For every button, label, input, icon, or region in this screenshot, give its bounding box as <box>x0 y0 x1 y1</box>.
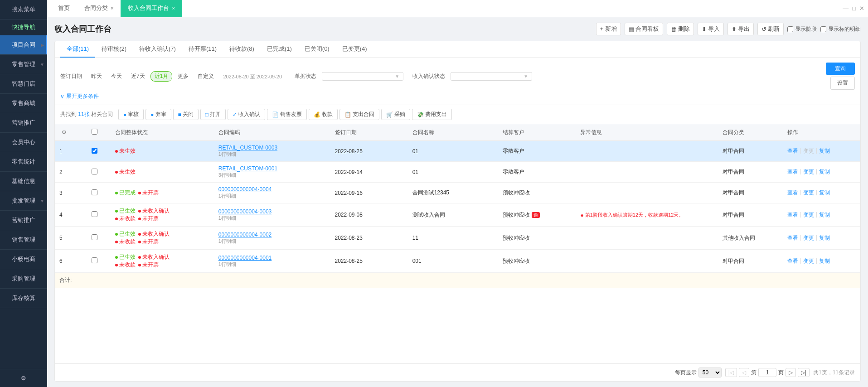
show-detail-checkbox[interactable]: 显示标的明细 <box>820 25 861 33</box>
tab-contract-category[interactable]: 合同分类 × <box>77 0 121 17</box>
contract-board-button[interactable]: ▦ 合同看板 <box>625 23 663 35</box>
sidebar-item-basic-info[interactable]: 基础信息 <box>0 172 47 191</box>
action-view-btn[interactable]: 查看 <box>787 257 798 265</box>
date-btn-custom[interactable]: 自定义 <box>194 71 218 82</box>
action-change-btn[interactable]: 变更 <box>803 189 814 197</box>
toolbar-expense-contract-btn[interactable]: 📋 支出合同 <box>339 109 379 120</box>
toolbar-invoice-btn[interactable]: 📄 销售发票 <box>267 109 307 120</box>
sidebar-settings[interactable]: ⚙ <box>0 369 47 387</box>
status-tab-closed[interactable]: 已关闭(0) <box>298 41 336 58</box>
row-checkbox[interactable] <box>92 234 97 240</box>
status-tab-pending-payment[interactable]: 待收款(8) <box>223 41 261 58</box>
sidebar-item-wholesale[interactable]: 批发管理 ▼ <box>0 191 47 211</box>
action-change-btn[interactable]: 变更 <box>803 147 814 155</box>
row-checkbox[interactable] <box>92 257 97 263</box>
date-btn-yesterday[interactable]: 昨天 <box>87 71 106 82</box>
sidebar-item-smart-store[interactable]: 智慧门店 <box>0 74 47 94</box>
action-view-btn[interactable]: 查看 <box>787 147 798 155</box>
page-input[interactable] <box>758 368 776 377</box>
sidebar-item-marketing[interactable]: 营销推广 <box>0 113 47 133</box>
sidebar-item-retail-commerce[interactable]: 零售商城 <box>0 94 47 113</box>
close-btn[interactable]: ✕ <box>859 5 864 12</box>
contract-code-link[interactable]: 0000000000004-0002 <box>218 232 326 238</box>
action-view-btn[interactable]: 查看 <box>787 189 798 197</box>
toolbar-review-btn[interactable]: ● 审核 <box>118 109 144 120</box>
row-checkbox[interactable] <box>92 189 97 195</box>
status-tab-completed[interactable]: 已完成(1) <box>261 41 298 58</box>
action-change-btn[interactable]: 变更 <box>803 211 814 219</box>
next-page-btn[interactable]: ▷ <box>786 368 796 377</box>
sidebar-item-xiaowei[interactable]: 小畅电商 <box>0 250 47 269</box>
action-view-btn[interactable]: 查看 <box>787 168 798 176</box>
status-tab-pending-review[interactable]: 待审核(2) <box>95 41 133 58</box>
contract-code-link[interactable]: RETAIL_CUSTOM-0001 <box>218 165 326 172</box>
date-btn-more[interactable]: 更多 <box>174 71 192 82</box>
status-tab-pending-income[interactable]: 待收入确认(7) <box>133 41 182 58</box>
action-copy-btn[interactable]: 复制 <box>819 234 830 242</box>
tab-contract-category-close[interactable]: × <box>111 5 113 11</box>
action-change-btn[interactable]: 变更 <box>803 257 814 265</box>
maximize-btn[interactable]: □ <box>852 5 856 12</box>
date-btn-7days[interactable]: 近7天 <box>127 71 149 82</box>
refresh-button[interactable]: ↺ 刷新 <box>757 23 784 35</box>
status-tab-pending-invoice[interactable]: 待开票(11) <box>182 41 223 58</box>
toolbar-payment-btn[interactable]: 💰 收款 <box>309 109 338 120</box>
tab-home[interactable]: 首页 <box>51 0 77 17</box>
sidebar-search[interactable]: 搜索菜单 <box>0 0 47 19</box>
action-copy-btn[interactable]: 复制 <box>819 211 830 219</box>
import-button[interactable]: ⬇ 导入 <box>698 23 724 35</box>
last-page-btn[interactable]: ▷| <box>798 368 810 377</box>
new-button[interactable]: + 新增 <box>596 23 621 35</box>
toolbar-expense-btn[interactable]: 💸 费用支出 <box>412 109 452 120</box>
action-copy-btn[interactable]: 复制 <box>819 189 830 197</box>
action-copy-btn[interactable]: 复制 <box>819 147 830 155</box>
delete-button[interactable]: 🗑 删除 <box>667 23 694 35</box>
doc-status-select[interactable]: ▼ <box>322 72 403 81</box>
status-tab-all[interactable]: 全部(11) <box>60 41 95 58</box>
row-checkbox[interactable] <box>92 169 97 174</box>
tab-income-workbench[interactable]: 收入合同工作台 × <box>121 0 182 17</box>
page-size-select[interactable]: 50 100 <box>698 368 722 377</box>
tab-income-workbench-close[interactable]: × <box>172 5 175 11</box>
sidebar-item-marketing2[interactable]: 营销推广 <box>0 211 47 230</box>
action-view-btn[interactable]: 查看 <box>787 211 798 219</box>
toolbar-open-btn[interactable]: □ 打开 <box>200 109 226 120</box>
sidebar-nav[interactable]: 快捷导航 <box>0 19 47 35</box>
page-size-selector[interactable]: 每页显示 50 100 <box>675 368 722 377</box>
prev-page-btn[interactable]: ◁ <box>739 368 749 377</box>
sidebar-item-sales-mgmt[interactable]: 销售管理 <box>0 230 47 250</box>
col-settings[interactable]: ⚙ <box>55 124 87 141</box>
sidebar-item-member[interactable]: 会员中心 <box>0 133 47 152</box>
row-checkbox[interactable] <box>92 148 97 154</box>
sidebar-item-purchase[interactable]: 采购管理 <box>0 269 47 289</box>
export-button[interactable]: ⬆ 导出 <box>727 23 754 35</box>
toolbar-abandon-btn[interactable]: ● 弃审 <box>145 109 171 120</box>
query-button[interactable]: 查询 <box>826 63 855 75</box>
contract-code-link[interactable]: 0000000000004-0004 <box>218 186 326 193</box>
row-checkbox[interactable] <box>92 211 97 217</box>
sidebar-item-inventory[interactable]: 库存核算 <box>0 289 47 308</box>
action-view-btn[interactable]: 查看 <box>787 234 798 242</box>
toolbar-close-btn[interactable]: ■ 关闭 <box>173 109 199 120</box>
contract-code-link[interactable]: 0000000000004-0003 <box>218 208 326 215</box>
toolbar-purchase-btn[interactable]: 🛒 采购 <box>381 109 410 120</box>
select-all-checkbox[interactable] <box>92 129 97 135</box>
toolbar-income-confirm-btn[interactable]: ✓ 收入确认 <box>228 109 265 120</box>
date-btn-today[interactable]: 今天 <box>107 71 126 82</box>
set-button[interactable]: 设置 <box>830 77 855 90</box>
show-segment-checkbox[interactable]: 显示阶段 <box>787 25 817 33</box>
minimize-btn[interactable]: — <box>843 5 849 12</box>
sidebar-item-retail-stats[interactable]: 零售统计 <box>0 152 47 172</box>
status-tab-changed[interactable]: 已变更(4) <box>336 41 373 58</box>
contract-code-link[interactable]: RETAIL_CUSTOM-0003 <box>218 145 326 151</box>
action-change-btn[interactable]: 变更 <box>803 168 814 176</box>
expand-filter-btn[interactable]: ∨ 展开更多条件 <box>60 92 855 100</box>
income-confirm-select[interactable]: ▼ <box>451 72 532 81</box>
action-copy-btn[interactable]: 复制 <box>819 257 830 265</box>
contract-code-link[interactable]: 0000000000004-0001 <box>218 255 326 261</box>
action-change-btn[interactable]: 变更 <box>803 234 814 242</box>
first-page-btn[interactable]: |◁ <box>725 368 737 377</box>
sidebar-item-retail-mgmt[interactable]: 零售管理 ▼ <box>0 55 47 74</box>
col-checkbox[interactable] <box>87 124 110 141</box>
action-copy-btn[interactable]: 复制 <box>819 168 830 176</box>
